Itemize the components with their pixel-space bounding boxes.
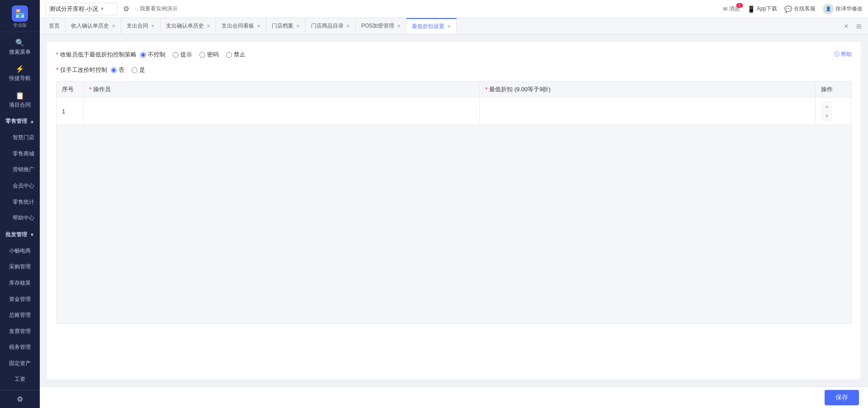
row-move-up-button[interactable]: ▲ <box>822 101 832 111</box>
tab-payment-confirm-close-icon[interactable]: ✕ <box>207 23 210 28</box>
col-seq: 序号 <box>57 82 84 98</box>
app-download-label: App下载 <box>757 5 777 13</box>
sidebar-settings-icon[interactable]: ⚙ <box>17 395 23 403</box>
tab-pos-password-close-icon[interactable]: ✕ <box>397 23 401 28</box>
sidebar-item-member-center[interactable]: 会员中心 <box>0 178 40 194</box>
tab-store-file-close-icon[interactable]: ✕ <box>296 23 300 28</box>
policy-radio-forbid[interactable] <box>226 52 232 58</box>
sidebar-item-marketing[interactable]: 营销推广 <box>0 162 40 178</box>
sidebar-item-label: 税务管理 <box>9 344 31 351</box>
sidebar-item-label: 发票管理 <box>9 328 31 335</box>
tab-payment-board[interactable]: 支出合同看板 ✕ <box>216 18 266 34</box>
tab-payment-board-label: 支出合同看板 <box>222 22 254 30</box>
table-header-row: 序号 * 操作员 * 最低折扣 (9.00等于9折) 操作 <box>57 82 852 98</box>
project-selector[interactable]: 测试分开库程-小况 ▼ <box>45 3 118 15</box>
tab-min-discount[interactable]: 最低折扣设置 ✕ <box>406 18 457 34</box>
policy-radio-remind[interactable] <box>173 52 179 58</box>
topbar-demo-link[interactable]: ○ 我要看实例演示 <box>135 5 178 13</box>
topbar-settings-button[interactable]: ⚙ <box>121 3 131 15</box>
policy-option-forbid[interactable]: 禁止 <box>226 51 245 59</box>
topbar-message-button[interactable]: ✉ 消息 8 <box>723 5 740 13</box>
tab-income-confirm[interactable]: 收入确认单历史 ✕ <box>66 18 121 34</box>
sidebar-item-smart-store[interactable]: 智慧门店 <box>0 130 40 146</box>
sidebar-item-label: 帮助中心 <box>13 215 34 222</box>
policy-radio-no-control[interactable] <box>140 52 146 58</box>
table-row: 1 ▲ ▼ <box>57 98 852 125</box>
sidebar-item-label: 快捷导航 <box>9 75 31 82</box>
sidebar-item-project-contract[interactable]: 📋 项目合同 <box>0 87 40 113</box>
tab-home[interactable]: 首页 <box>43 18 66 34</box>
tab-payment-contract[interactable]: 支出合同 ✕ <box>121 18 160 34</box>
tab-pos-password-label: POS加密管理 <box>361 22 394 30</box>
sidebar-item-inventory-calc[interactable]: 库存核算 <box>0 275 40 291</box>
topbar-app-download[interactable]: 📱 App下载 <box>747 5 777 13</box>
online-service-label: 在线客服 <box>794 5 816 13</box>
tab-payment-board-close-icon[interactable]: ✕ <box>257 23 260 28</box>
topbar-user-menu[interactable]: 👤 徐泽华修改 <box>823 4 863 14</box>
tab-more-button[interactable]: ⊞ <box>854 22 864 31</box>
policy-option-remind[interactable]: 提示 <box>173 51 192 59</box>
tab-payment-contract-label: 支出合同 <box>127 22 148 30</box>
tabs-bar: 首页 收入确认单历史 ✕ 支出合同 ✕ 支出确认单历史 ✕ 支出合同看板 ✕ 门… <box>40 18 868 34</box>
tab-payment-confirm[interactable]: 支出确认单历史 ✕ <box>160 18 216 34</box>
sidebar-item-fixed-assets[interactable]: 固定资产 <box>0 356 40 372</box>
sidebar-item-retail-stats[interactable]: 零售统计 <box>0 194 40 211</box>
sidebar-item-fund-management[interactable]: 资金管理 <box>0 291 40 308</box>
sidebar-item-ledger-management[interactable]: 总账管理 <box>0 307 40 324</box>
manual-control-label: 仅手工改价时控制 <box>56 66 107 74</box>
demo-label: 我要看实例演示 <box>140 5 178 13</box>
col-operator: * 操作员 <box>84 82 480 98</box>
col-min-discount: * 最低折扣 (9.00等于9折) <box>480 82 816 98</box>
sidebar-item-tax-management[interactable]: 税务管理 <box>0 339 40 356</box>
tab-store-file-label: 门店档案 <box>272 22 293 30</box>
cell-min-discount[interactable] <box>480 98 816 125</box>
tab-store-products[interactable]: 门店商品目录 ✕ <box>306 18 356 34</box>
sidebar-item-payroll[interactable]: 工资 <box>0 371 40 388</box>
quick-nav-icon: ⚡ <box>15 65 24 74</box>
sidebar-item-purchase-management[interactable]: 采购管理 <box>0 259 40 275</box>
sidebar-item-ecommerce[interactable]: 小畅电商 <box>0 243 40 259</box>
sidebar-item-retail-mall[interactable]: 零售商城 <box>0 146 40 162</box>
sidebar-item-label: 库存核算 <box>9 280 31 287</box>
project-contract-icon: 📋 <box>15 91 24 101</box>
sidebar-item-wholesale-management[interactable]: 批发管理 ▼ <box>0 226 40 243</box>
help-link[interactable]: ⓘ 帮助 <box>834 51 852 58</box>
manual-option-no[interactable]: 否 <box>111 66 124 74</box>
tab-pos-password[interactable]: POS加密管理 ✕ <box>356 18 406 34</box>
sidebar-item-help-center[interactable]: 帮助中心 <box>0 210 40 226</box>
cell-operator[interactable] <box>84 98 480 125</box>
wholesale-arrow-icon: ▼ <box>30 232 34 237</box>
main-area: 测试分开库程-小况 ▼ ⚙ ○ 我要看实例演示 ✉ 消息 8 📱 App下载 💬… <box>40 0 868 408</box>
sidebar-item-quick-nav[interactable]: ⚡ 快捷导航 <box>0 60 40 86</box>
sidebar-logo: 🏪 专业版 <box>0 0 40 32</box>
retail-management-arrow-icon: ▲ <box>30 119 34 124</box>
policy-option-password[interactable]: 密码 <box>199 51 219 59</box>
tab-store-products-close-icon[interactable]: ✕ <box>346 23 350 28</box>
manual-option-no-label: 否 <box>118 66 124 74</box>
topbar-online-service[interactable]: 💬 在线客服 <box>784 5 816 13</box>
tab-store-file[interactable]: 门店档案 ✕ <box>266 18 306 34</box>
tab-close-all-button[interactable]: ✕ <box>841 22 852 31</box>
tab-income-confirm-close-icon[interactable]: ✕ <box>112 23 115 28</box>
sidebar-item-retail-management[interactable]: 零售管理 ▲ <box>0 113 40 130</box>
policy-radio-group: 不控制 提示 密码 禁止 <box>140 51 245 59</box>
save-button[interactable]: 保存 <box>825 390 859 405</box>
policy-option-password-label: 密码 <box>207 51 219 59</box>
tab-payment-contract-close-icon[interactable]: ✕ <box>151 23 155 28</box>
tab-payment-confirm-label: 支出确认单历史 <box>166 22 204 30</box>
row-move-down-button[interactable]: ▼ <box>822 111 832 121</box>
policy-radio-password[interactable] <box>199 52 205 58</box>
app-version-label: 专业版 <box>13 23 27 28</box>
manual-option-yes[interactable]: 是 <box>132 66 145 74</box>
sidebar-item-label: 固定资产 <box>9 360 31 367</box>
tab-home-label: 首页 <box>49 22 60 30</box>
tab-min-discount-label: 最低折扣设置 <box>412 23 444 30</box>
cell-seq: 1 <box>57 98 84 125</box>
manual-radio-no[interactable] <box>111 67 117 73</box>
tab-min-discount-close-icon[interactable]: ✕ <box>447 24 451 29</box>
policy-option-no-control[interactable]: 不控制 <box>140 51 165 59</box>
sidebar-item-search-menu[interactable]: 🔍 搜索菜单 <box>0 34 40 60</box>
sidebar-item-invoice-management[interactable]: 发票管理 <box>0 324 40 340</box>
tab-store-products-label: 门店商品目录 <box>311 22 344 30</box>
manual-radio-yes[interactable] <box>132 67 137 73</box>
